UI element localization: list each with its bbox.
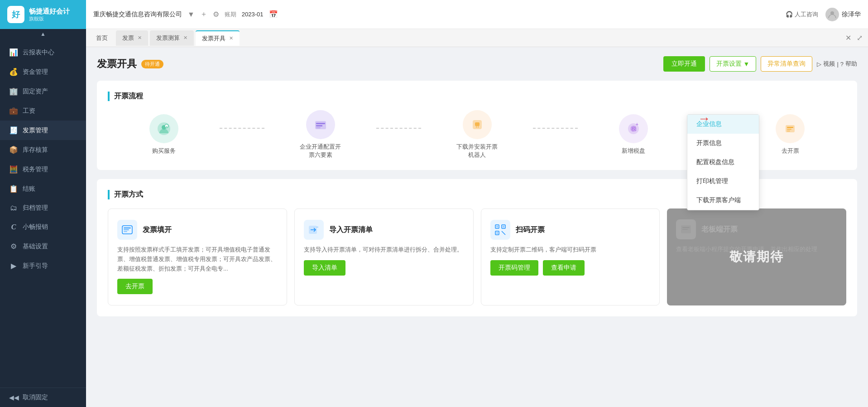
fill-title: 发票填开	[143, 225, 172, 235]
sidebar-item-fapiao[interactable]: 🧾 发票管理	[0, 121, 86, 140]
settings-button[interactable]: 开票设置 ▼	[710, 56, 757, 72]
sidebar-scroll-up[interactable]: ▲	[0, 29, 86, 39]
dropdown-invoice-info-label: 开票信息	[696, 139, 722, 146]
guidang-icon: 🗂	[9, 204, 18, 212]
abnormal-button[interactable]: 异常清单查询	[761, 56, 812, 72]
video-help-area: ▷ 视频 | ? 帮助	[817, 60, 857, 68]
page-header: 发票开具 待开通 立即开通 开票设置 ▼ 异常清单查询 ▷ 视频 | ? 帮助	[97, 56, 857, 72]
page-title: 发票开具	[97, 57, 137, 71]
tab-kaigu-close[interactable]: ✕	[229, 35, 233, 41]
step-connector-3	[533, 128, 578, 129]
method-card-import: 导入开票清单 支持导入待开票清单，可对待开票清单进行拆分、合并处理。 导入清单	[294, 208, 474, 305]
jichushezhi-icon: ⚙	[9, 242, 18, 251]
svg-rect-12	[478, 126, 479, 128]
step-5-label: 去开票	[782, 147, 799, 155]
sidebar-item-label: 基础设置	[23, 242, 48, 251]
step-icon-4: 税+	[619, 114, 648, 143]
sidebar-item-jichushezhi[interactable]: ⚙ 基础设置	[0, 237, 86, 256]
sidebar-item-zijin[interactable]: 💰 资金管理	[0, 62, 86, 82]
sidebar-item-gongzi[interactable]: 💼 工资	[0, 101, 86, 121]
dropdown-item-invoice-info[interactable]: 开票信息	[687, 134, 759, 153]
sidebar-item-label: 结账	[23, 185, 35, 193]
sidebar-item-label: 发票管理	[23, 126, 48, 135]
dropdown-item-printer[interactable]: 打印机管理	[687, 172, 759, 191]
import-icon	[304, 220, 324, 240]
tab-fapiaocesuai[interactable]: 发票测算 ✕	[150, 30, 194, 46]
tabs-bar: 首页 发票 ✕ 发票测算 ✕ 发票开具 ✕ ✕ ⤢	[86, 29, 868, 47]
sidebar-item-label: 云报表中心	[23, 48, 54, 57]
sidebar-item-jiezhang[interactable]: 📋 结账	[0, 179, 86, 199]
settings-dropdown: 企业信息 开票信息 配置税盘信息 打印机管理 下载开票客户端	[687, 114, 759, 210]
step-2-label: 企业开通配置开票六要素	[298, 143, 343, 159]
jiezhang-icon: 📋	[9, 184, 18, 193]
user-name: 徐泽华	[842, 10, 861, 19]
svg-rect-31	[496, 232, 498, 234]
play-icon: ▷	[817, 61, 821, 68]
topbar-right: 🎧 人工咨询 徐泽华	[786, 8, 861, 21]
app-edition: 旗舰版	[29, 15, 70, 22]
tab-expand-button[interactable]: ⤢	[855, 32, 864, 44]
scan-btn-2[interactable]: 查看申请	[543, 260, 585, 276]
separator: |	[837, 61, 838, 68]
fill-btn[interactable]: 去开票	[117, 279, 153, 294]
shuiwu-icon: 🧮	[9, 165, 18, 174]
gudingzichan-icon: 🏢	[9, 87, 18, 96]
tab-cesuai-close[interactable]: ✕	[183, 35, 187, 41]
video-label[interactable]: 视频	[823, 60, 835, 68]
tab-home[interactable]: 首页	[90, 30, 114, 46]
tab-fapiao[interactable]: 发票 ✕	[116, 30, 148, 46]
sidebar-item-shuiwu[interactable]: 🧮 税务管理	[0, 160, 86, 179]
tab-fapiao-label: 发票	[122, 34, 134, 42]
tab-home-label: 首页	[96, 34, 108, 42]
sidebar-item-kucun[interactable]: 📦 库存核算	[0, 140, 86, 160]
tab-close-button[interactable]: ✕	[844, 32, 853, 44]
calendar-icon[interactable]: 📅	[269, 10, 278, 19]
sidebar-item-guidang[interactable]: 🗂 归档管理	[0, 199, 86, 218]
user-area[interactable]: 徐泽华	[825, 8, 861, 21]
tab-kaigu-label: 发票开具	[202, 34, 225, 43]
sidebar-item-label: 小畅报销	[23, 223, 48, 231]
sidebar-item-gudingzichan[interactable]: 🏢 固定资产	[0, 82, 86, 101]
method-card-boss: 老板端开票 查看老板端小程序提交的开票申请，并作出相应的处理 敬请期待	[667, 208, 846, 305]
fapiao-icon: 🧾	[9, 126, 18, 135]
sidebar-item-label: 库存核算	[23, 146, 48, 154]
pending-text: 敬请期待	[729, 248, 784, 266]
headphone-icon: 🎧	[786, 11, 793, 18]
consult-button[interactable]: 🎧 人工咨询	[786, 10, 818, 19]
step-icon-1: +	[149, 114, 178, 143]
sidebar-item-yunbao[interactable]: 📊 云报表中心	[0, 43, 86, 62]
sidebar: 好 畅捷通好会计 旗舰版 ▲ 📊 云报表中心 💰 资金管理 🏢 固定资产 💼 工…	[0, 0, 86, 407]
svg-rect-24	[124, 231, 127, 232]
svg-rect-18	[787, 127, 793, 128]
svg-rect-22	[124, 228, 131, 228]
step-1-label: 购买服务	[152, 147, 176, 155]
activate-button[interactable]: 立即开通	[663, 56, 705, 72]
sidebar-item-label: 固定资产	[23, 87, 48, 96]
dropdown-printer-label: 打印机管理	[696, 177, 728, 184]
tab-fapiaokaigu[interactable]: 发票开具 ✕	[196, 30, 240, 46]
sidebar-item-xinshou[interactable]: ▶ 新手引导	[0, 256, 86, 276]
dropdown-item-download-client[interactable]: 下载开票客户端	[687, 191, 759, 210]
gongzi-icon: 💼	[9, 107, 18, 115]
sidebar-item-xiaochang[interactable]: C 小畅报销	[0, 218, 86, 237]
import-title: 导入开票清单	[329, 225, 373, 235]
scan-btn-1[interactable]: 开票码管理	[490, 260, 538, 276]
chevron-down-icon: ▼	[743, 60, 750, 68]
dropdown-item-tax-config[interactable]: 配置税盘信息	[687, 153, 759, 172]
settings-icon[interactable]: ⚙	[213, 10, 219, 19]
step-icon-3	[463, 110, 492, 139]
tab-fapiao-close[interactable]: ✕	[138, 35, 142, 41]
dropdown-tax-config-label: 配置税盘信息	[696, 158, 734, 165]
avatar	[825, 8, 839, 21]
company-dropdown-icon[interactable]: ▼	[187, 10, 195, 19]
sidebar-nav: 📊 云报表中心 💰 资金管理 🏢 固定资产 💼 工资 🧾 发票管理 📦 库存核算…	[0, 39, 86, 388]
flow-step-2: 企业开通配置开票六要素	[264, 110, 376, 159]
topbar: 重庆畅捷交通信息咨询有限公司 ▼ ＋ ⚙ 账期 2023-01 📅 🎧 人工咨询…	[86, 0, 868, 29]
svg-rect-7	[316, 125, 322, 126]
add-company-icon[interactable]: ＋	[200, 10, 207, 19]
flow-section-title: 开票流程	[108, 92, 846, 101]
import-btn[interactable]: 导入清单	[304, 260, 345, 276]
svg-rect-6	[316, 123, 325, 124]
help-label[interactable]: 帮助	[845, 60, 857, 68]
sidebar-footer-cancel[interactable]: ◀◀ 取消固定	[0, 388, 86, 407]
